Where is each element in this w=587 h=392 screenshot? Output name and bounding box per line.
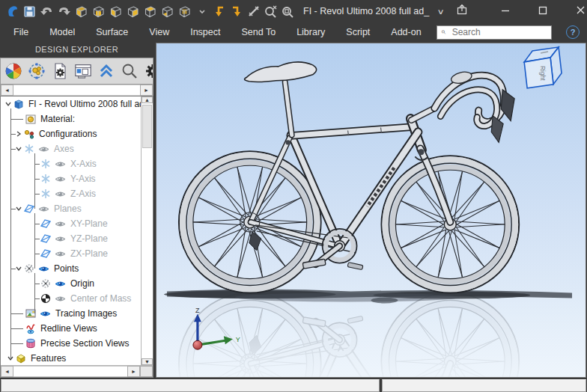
visibility-eye-icon[interactable] bbox=[54, 294, 67, 303]
menu-inspect[interactable]: Inspect bbox=[180, 24, 231, 40]
menu-file[interactable]: File bbox=[3, 24, 39, 40]
visibility-eye-icon[interactable] bbox=[54, 234, 67, 243]
status-message-right bbox=[382, 379, 586, 392]
scroll-down-icon[interactable]: ▼ bbox=[142, 358, 153, 365]
scrollbar-track[interactable] bbox=[142, 103, 153, 358]
minimize-icon bbox=[501, 4, 510, 18]
maximize-button[interactable] bbox=[524, 0, 562, 22]
scroll-left-icon[interactable]: ◄ bbox=[1, 366, 13, 377]
search-input[interactable] bbox=[437, 25, 552, 40]
menu-send-to[interactable]: Send To bbox=[231, 24, 286, 40]
scroll-up-icon[interactable]: ▲ bbox=[142, 97, 153, 103]
tree-item-label: Precise Section Views bbox=[40, 338, 130, 349]
tree-item-fi-revol-ultimo-2008-full-ad[interactable]: FI - Revol Ultimo 2008 full ad_ bbox=[1, 97, 141, 111]
previous-view-icon[interactable] bbox=[211, 2, 227, 20]
tree-connector bbox=[11, 209, 16, 209]
visibility-eye-icon[interactable] bbox=[54, 249, 67, 258]
save-icon[interactable] bbox=[22, 2, 37, 20]
visibility-eye-icon[interactable] bbox=[37, 144, 50, 153]
scrollbar-track[interactable] bbox=[13, 366, 127, 377]
view-cube-face-label[interactable]: Right bbox=[539, 66, 547, 81]
zoom-fit-icon[interactable] bbox=[280, 2, 296, 20]
visibility-eye-icon[interactable] bbox=[54, 174, 67, 183]
view-bottom-cube-icon[interactable] bbox=[159, 2, 175, 20]
scroll-right-icon[interactable]: ► bbox=[127, 366, 140, 377]
tree-item-yz-plane[interactable]: YZ-Plane bbox=[1, 231, 141, 246]
tree-item-x-axis[interactable]: X-Axis bbox=[1, 156, 141, 171]
section-view-icon bbox=[24, 337, 37, 349]
tree-item-y-axis[interactable]: Y-Axis bbox=[1, 171, 141, 186]
settings-gear-icon[interactable] bbox=[144, 61, 153, 81]
tree-item-configurations[interactable]: Configurations bbox=[1, 126, 141, 141]
scrollbar-thumb[interactable] bbox=[142, 105, 152, 148]
views-dropdown-chevron-icon[interactable] bbox=[194, 2, 210, 20]
document-dropdown-chevron-icon[interactable]: ∨ bbox=[437, 7, 445, 16]
view-right-cube-icon[interactable] bbox=[125, 2, 141, 20]
view-back-cube-icon[interactable] bbox=[91, 2, 106, 20]
redline-icon bbox=[24, 322, 37, 334]
visibility-eye-icon[interactable] bbox=[54, 279, 67, 288]
tree-horizontal-scrollbar[interactable]: ◄ ► bbox=[1, 365, 153, 377]
app-logo-icon[interactable] bbox=[4, 2, 20, 20]
help-button[interactable]: ? bbox=[566, 25, 580, 39]
view-iso-cube-icon[interactable] bbox=[177, 2, 192, 20]
tree-connector bbox=[10, 108, 11, 358]
view-top-cube-icon[interactable] bbox=[142, 2, 158, 20]
tree-item-label: X-Axis bbox=[70, 159, 97, 169]
tree-item-axes[interactable]: Axes bbox=[1, 141, 141, 156]
view-front-cube-icon[interactable] bbox=[73, 2, 89, 20]
menu-add-on[interactable]: Add-on bbox=[380, 24, 431, 40]
tree-item-origin[interactable]: Origin bbox=[1, 276, 141, 291]
menu-script[interactable]: Script bbox=[335, 24, 380, 40]
tree-item-planes[interactable]: Planes bbox=[1, 201, 141, 216]
axis-icon bbox=[39, 188, 52, 200]
undo-icon[interactable] bbox=[39, 2, 55, 20]
viewport-canvas[interactable]: Z Y Right bbox=[156, 43, 586, 377]
menu-model[interactable]: Model bbox=[39, 24, 85, 40]
configurations-icon bbox=[22, 128, 35, 140]
tree-item-label: Features bbox=[31, 353, 66, 364]
tree-item-label: Redline Views bbox=[40, 323, 97, 334]
tree-item-z-axis[interactable]: Z-Axis bbox=[1, 186, 141, 201]
collapse-all-icon[interactable] bbox=[97, 61, 115, 81]
search-tree-icon[interactable] bbox=[121, 61, 139, 81]
menu-view[interactable]: View bbox=[139, 24, 180, 40]
collapse-chevron-icon[interactable] bbox=[4, 100, 12, 108]
panel-layout-icon[interactable] bbox=[74, 61, 92, 81]
document-settings-icon[interactable] bbox=[51, 61, 69, 81]
visibility-eye-icon[interactable] bbox=[39, 309, 52, 318]
menu-surface[interactable]: Surface bbox=[85, 24, 139, 40]
tree-item-label: Planes bbox=[54, 203, 82, 214]
visibility-eye-icon[interactable] bbox=[54, 159, 67, 168]
redo-icon[interactable] bbox=[56, 2, 72, 20]
select-configuration-icon[interactable] bbox=[28, 61, 46, 81]
zoom-window-icon[interactable] bbox=[263, 2, 279, 20]
expand-toolbar-button[interactable] bbox=[443, 0, 481, 22]
tree-item-center-of-mass[interactable]: Center of Mass bbox=[1, 291, 141, 306]
menu-library[interactable]: Library bbox=[286, 24, 335, 40]
visibility-eye-icon[interactable] bbox=[37, 264, 50, 273]
scrollbar-track[interactable] bbox=[13, 85, 140, 96]
tree-item-zx-plane[interactable]: ZX-Plane bbox=[1, 246, 141, 261]
scroll-right-icon[interactable]: ► bbox=[140, 85, 153, 96]
next-view-icon[interactable] bbox=[228, 2, 244, 20]
color-properties-icon[interactable] bbox=[4, 61, 22, 81]
scroll-left-icon[interactable]: ◄ bbox=[1, 85, 13, 96]
close-button[interactable] bbox=[562, 0, 587, 22]
tree-item-features[interactable]: Features bbox=[1, 351, 141, 365]
visibility-eye-icon[interactable] bbox=[54, 219, 67, 228]
tree-item-points[interactable]: Points bbox=[1, 261, 141, 276]
measure-icon[interactable] bbox=[246, 2, 261, 20]
search-icon: ⌕ bbox=[437, 29, 447, 34]
tree-item-xy-plane[interactable]: XY-Plane bbox=[1, 216, 141, 231]
visibility-eye-icon[interactable] bbox=[37, 204, 50, 213]
model-viewport[interactable]: Z Y Right bbox=[156, 43, 586, 378]
tree-item-label: FI - Revol Ultimo 2008 full ad_ bbox=[28, 99, 141, 109]
toolbar-horizontal-scrollbar[interactable]: ◄ ► bbox=[0, 84, 153, 96]
tree-vertical-scrollbar[interactable]: ▲ ▼ bbox=[141, 97, 153, 365]
tree-connector bbox=[11, 134, 16, 135]
tree-connector bbox=[34, 273, 35, 313]
view-left-cube-icon[interactable] bbox=[108, 2, 124, 20]
visibility-eye-icon[interactable] bbox=[54, 189, 67, 198]
minimize-button[interactable] bbox=[487, 0, 524, 22]
